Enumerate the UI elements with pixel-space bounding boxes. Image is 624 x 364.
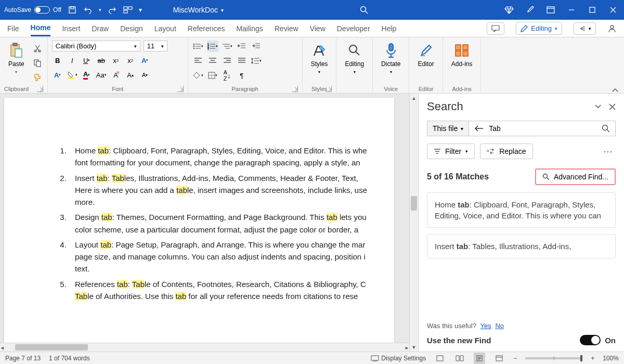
bullets-icon[interactable]: ▾ — [192, 41, 204, 52]
undo-dropdown-icon[interactable]: ▾ — [99, 7, 101, 12]
tab-home[interactable]: Home — [31, 20, 51, 36]
display-settings-button[interactable]: Display Settings — [371, 355, 426, 362]
save-icon[interactable] — [68, 5, 77, 15]
text-effects-icon[interactable]: A▾ — [139, 55, 151, 66]
share-button[interactable]: ▾ — [574, 22, 596, 35]
numbering-icon[interactable]: 123▾ — [207, 41, 218, 52]
tab-layout[interactable]: Layout — [154, 21, 176, 36]
superscript-icon[interactable]: x2 — [125, 55, 136, 66]
web-layout-icon[interactable] — [493, 353, 505, 364]
sort-icon[interactable]: AZ↓ — [222, 70, 233, 81]
quick-access-icon[interactable] — [123, 5, 133, 15]
dialog-launcher-icon[interactable] — [326, 86, 332, 92]
show-marks-icon[interactable]: ¶ — [236, 70, 248, 81]
editing-dropdown[interactable]: Editing▾ — [341, 41, 368, 76]
chevron-down-icon[interactable] — [594, 103, 602, 110]
cut-icon[interactable] — [32, 43, 43, 54]
line-spacing-icon[interactable]: ▾ — [251, 55, 262, 67]
tab-design[interactable]: Design — [120, 21, 143, 36]
minimize-icon[interactable] — [567, 5, 576, 15]
vertical-scrollbar[interactable]: ▲ ▼ — [409, 94, 418, 352]
new-find-toggle[interactable] — [580, 335, 601, 345]
focus-mode-icon[interactable] — [434, 353, 446, 364]
scroll-thumb[interactable] — [411, 196, 417, 211]
editing-mode-button[interactable]: Editing ▾ — [516, 22, 562, 35]
scroll-up-icon[interactable]: ▲ — [410, 94, 418, 102]
scroll-left-icon[interactable]: ◄ — [0, 343, 5, 352]
shrink-font-icon[interactable]: A▾ — [139, 69, 151, 81]
zoom-in-icon[interactable]: + — [591, 355, 594, 362]
grow-font-icon[interactable]: A▴ — [125, 69, 136, 81]
replace-button[interactable]: a Replace — [480, 144, 532, 159]
shading-icon[interactable]: ▾ — [192, 70, 204, 81]
justify-icon[interactable] — [236, 55, 248, 67]
styles-button[interactable]: Styles▾ — [307, 41, 332, 76]
tab-developer[interactable]: Developer — [337, 21, 370, 36]
change-case-icon[interactable]: Aa▾ — [96, 69, 107, 81]
dialog-launcher-icon[interactable] — [292, 86, 298, 92]
undo-icon[interactable] — [83, 5, 93, 15]
tab-help[interactable]: Help — [382, 21, 397, 36]
decrease-indent-icon[interactable] — [236, 41, 248, 52]
close-icon[interactable] — [608, 5, 618, 15]
feedback-no[interactable]: No — [495, 322, 504, 330]
filter-button[interactable]: Filter▾ — [427, 144, 475, 159]
collapse-ribbon-icon[interactable] — [606, 37, 624, 93]
document-page[interactable]: Home tab: Clipboard, Font, Paragraph, St… — [4, 98, 394, 343]
align-left-icon[interactable] — [192, 55, 204, 67]
print-layout-icon[interactable] — [474, 353, 485, 364]
strikethrough-icon[interactable]: ab — [96, 55, 107, 66]
qat-overflow-icon[interactable]: ▾ — [139, 6, 142, 14]
redo-icon[interactable] — [108, 5, 117, 15]
increase-indent-icon[interactable] — [251, 41, 262, 52]
format-painter-icon[interactable] — [32, 72, 43, 83]
person-icon[interactable] — [607, 24, 617, 33]
tab-draw[interactable]: Draw — [92, 21, 109, 36]
bold-icon[interactable]: B — [52, 55, 63, 66]
align-center-icon[interactable] — [207, 55, 218, 67]
addins-button[interactable]: Add-ins — [447, 41, 477, 70]
search-scope-select[interactable]: This file▾ — [427, 121, 469, 136]
font-family-select[interactable]: Calibri (Body)▾ — [52, 41, 140, 51]
zoom-out-icon[interactable]: − — [513, 355, 517, 362]
word-count[interactable]: 1 of 704 words — [49, 355, 90, 362]
subscript-icon[interactable]: x2 — [110, 55, 122, 66]
tab-view[interactable]: View — [310, 21, 326, 36]
scroll-right-icon[interactable]: ► — [405, 343, 409, 352]
font-shadow-icon[interactable]: A▾ — [52, 69, 63, 81]
back-arrow-icon[interactable] — [474, 125, 484, 132]
multilevel-icon[interactable]: ▾ — [222, 41, 233, 52]
scroll-thumb[interactable] — [15, 344, 88, 350]
underline-icon[interactable]: U▾ — [81, 55, 93, 66]
tab-file[interactable]: File — [7, 21, 19, 36]
brush-icon[interactable] — [525, 5, 535, 15]
feedback-yes[interactable]: Yes — [480, 322, 491, 330]
search-icon[interactable] — [359, 5, 369, 15]
editor-button[interactable]: Editor — [413, 41, 438, 70]
font-color-icon[interactable]: A▾ — [81, 69, 93, 81]
italic-icon[interactable]: I — [67, 55, 78, 66]
tab-mailings[interactable]: Mailings — [236, 21, 263, 36]
tab-insert[interactable]: Insert — [62, 21, 80, 36]
page-indicator[interactable]: Page 7 of 13 — [5, 355, 41, 362]
autosave-toggle[interactable]: AutoSave Off — [4, 6, 61, 14]
zoom-slider[interactable] — [525, 357, 582, 359]
tab-references[interactable]: References — [188, 21, 225, 36]
dictate-button[interactable]: Dictate▾ — [377, 41, 405, 76]
more-options-icon[interactable]: ⋯ — [600, 142, 616, 160]
highlight-icon[interactable]: ▾ — [67, 69, 78, 81]
scroll-down-icon[interactable]: ▼ — [410, 343, 418, 352]
close-icon[interactable] — [609, 103, 616, 110]
window-icon[interactable] — [546, 5, 555, 15]
font-size-select[interactable]: 11▾ — [144, 41, 167, 51]
document-title[interactable]: MiscWorkDoc ▾ — [173, 6, 224, 14]
search-result[interactable]: Insert tab: Tables, Illustrations, Add-i… — [427, 234, 616, 258]
comments-button[interactable] — [487, 22, 504, 35]
zoom-level[interactable]: 100% — [603, 355, 619, 362]
maximize-icon[interactable] — [588, 5, 597, 15]
search-icon[interactable] — [602, 124, 610, 133]
dialog-launcher-icon[interactable] — [177, 86, 184, 92]
borders-icon[interactable]: ▾ — [207, 70, 218, 81]
horizontal-scrollbar[interactable]: ◄ ► — [0, 343, 409, 352]
read-mode-icon[interactable] — [454, 353, 465, 364]
